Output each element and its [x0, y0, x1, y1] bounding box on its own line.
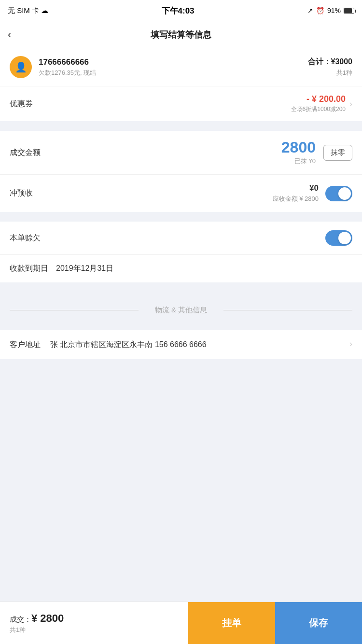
total-count: 共1种: [308, 69, 353, 77]
total-amount: 合计：¥3000: [308, 57, 353, 67]
debt-toggle[interactable]: [325, 230, 352, 246]
bottom-bar: 成交：¥ 2800 共1种 挂单 保存: [0, 602, 362, 644]
status-bar: 无 SIM 卡 ☁ 下午4:03 ↗ ⏰ 91%: [0, 0, 362, 21]
coupon-label: 优惠券: [10, 99, 33, 109]
address-label: 客户地址: [10, 339, 41, 350]
address-chevron-icon: ›: [349, 339, 352, 349]
status-time: 下午4:03: [162, 5, 195, 16]
save-button[interactable]: 保存: [275, 602, 362, 644]
deal-label: 成交：: [10, 615, 31, 623]
duedate-section: 收款到期日 2019年12月31日: [0, 254, 362, 282]
debt-label: 本单赊欠: [10, 233, 41, 243]
logistics-divider-section: 物流 & 其他信息: [0, 287, 362, 330]
user-sub-text: 欠款1276.35元, 现结: [39, 69, 96, 77]
section-divider-2: [0, 217, 362, 222]
prepay-label: 冲预收: [10, 188, 33, 198]
duedate-label: 收款到期日: [10, 264, 48, 274]
logistics-line-right: [223, 310, 352, 310]
bottom-deal-row: 成交：¥ 2800: [10, 612, 179, 625]
debt-row: 本单赊欠: [10, 230, 352, 246]
address-section: 客户地址 张 北京市市辖区海淀区永丰南 156 6666 6666 ›: [0, 330, 362, 359]
bottom-summary: 成交：¥ 2800 共1种: [0, 612, 188, 634]
amount-card: 成交金额 2800 已抹 ¥0 抹零 冲预收 ¥0 应收金额 ¥ 2800: [0, 131, 362, 212]
amount-value-block: 2800 已抹 ¥0: [281, 140, 316, 166]
user-left: 👤 17666666666 欠款1276.35元, 现结: [10, 56, 96, 78]
coupon-value: - ¥ 200.00 全场6折满1000减200: [291, 94, 346, 113]
prepay-sub: 应收金额 ¥ 2800: [273, 195, 319, 203]
logistics-line-left: [10, 310, 139, 310]
page-title: 填写结算等信息: [151, 29, 211, 41]
amount-value: 2800: [281, 140, 316, 155]
avatar: 👤: [10, 56, 32, 78]
duedate-row: 收款到期日 2019年12月31日: [10, 264, 352, 274]
user-row: 👤 17666666666 欠款1276.35元, 现结 合计：¥3000 共1…: [0, 48, 362, 86]
prepay-toggle[interactable]: [325, 186, 352, 201]
amount-row: 成交金额 2800 已抹 ¥0 抹零: [10, 140, 352, 166]
status-right: ↗ ⏰ 91%: [307, 7, 354, 14]
alarm-icon: ⏰: [316, 7, 324, 14]
round-button[interactable]: 抹零: [323, 145, 352, 161]
bottom-actions: 挂单 保存: [188, 602, 362, 644]
prepay-section: 冲预收 ¥0 应收金额 ¥ 2800: [0, 174, 362, 212]
coupon-desc: 全场6折满1000减200: [291, 105, 346, 113]
avatar-icon: 👤: [15, 61, 27, 73]
logistics-divider: 物流 & 其他信息: [0, 296, 362, 322]
prepay-right: ¥0 应收金额 ¥ 2800: [273, 183, 352, 203]
amount-label: 成交金额: [10, 148, 41, 158]
prepay-amount: ¥0: [309, 183, 319, 193]
prepay-value-block: ¥0 应收金额 ¥ 2800: [273, 183, 319, 203]
deal-amount: ¥ 2800: [31, 612, 64, 624]
nav-bar: ‹ 填写结算等信息: [0, 21, 362, 48]
content-area: 👤 17666666666 欠款1276.35元, 现结 合计：¥3000 共1…: [0, 48, 362, 465]
user-right: 合计：¥3000 共1种: [308, 57, 353, 77]
coupon-discount: - ¥ 200.00: [291, 94, 346, 104]
debt-card: 本单赊欠 收款到期日 2019年12月31日: [0, 222, 362, 282]
user-phone: 17666666666: [39, 57, 96, 67]
sim-label: 无 SIM 卡 ☁: [8, 6, 48, 15]
location-icon: ↗: [307, 7, 313, 14]
address-row[interactable]: 客户地址 张 北京市市辖区海淀区永丰南 156 6666 6666 ›: [10, 339, 352, 350]
coupon-right: - ¥ 200.00 全场6折满1000减200 ›: [291, 94, 352, 113]
amount-right: 2800 已抹 ¥0 抹零: [281, 140, 352, 166]
section-divider-1: [0, 126, 362, 131]
back-button[interactable]: ‹: [8, 28, 11, 41]
user-info-card: 👤 17666666666 欠款1276.35元, 现结 合计：¥3000 共1…: [0, 48, 362, 121]
address-card: 客户地址 张 北京市市辖区海淀区永丰南 156 6666 6666 ›: [0, 330, 362, 359]
debt-section: 本单赊欠: [0, 222, 362, 254]
status-left: 无 SIM 卡 ☁: [8, 6, 48, 15]
prepay-row: 冲预收 ¥0 应收金额 ¥ 2800: [10, 183, 352, 203]
logistics-label: 物流 & 其他信息: [155, 306, 207, 315]
address-value: 张 北京市市辖区海淀区永丰南 156 6666 6666: [50, 339, 345, 350]
amount-sub: 已抹 ¥0: [281, 157, 316, 166]
hang-button[interactable]: 挂单: [188, 602, 275, 644]
battery-icon: [344, 8, 354, 14]
amount-section: 成交金额 2800 已抹 ¥0 抹零: [0, 131, 362, 174]
battery-label: 91%: [327, 7, 341, 14]
chevron-right-icon: ›: [349, 99, 352, 109]
bottom-count: 共1种: [10, 626, 179, 634]
user-info: 17666666666 欠款1276.35元, 现结: [39, 57, 96, 77]
duedate-value: 2019年12月31日: [56, 264, 113, 274]
gray-area: [0, 364, 362, 422]
coupon-row[interactable]: 优惠券 - ¥ 200.00 全场6折满1000减200 ›: [0, 86, 362, 121]
